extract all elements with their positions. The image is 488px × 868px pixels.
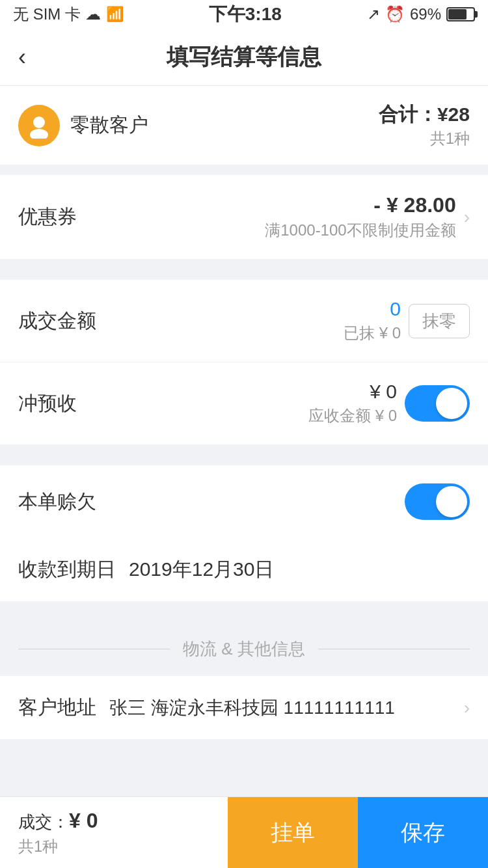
deal-amount-block: 0 已抹 ¥ 0 <box>344 298 401 344</box>
address-value: 张三 海淀永丰科技园 11111111111 <box>109 696 451 720</box>
advance-value: ¥ 0 <box>308 381 397 403</box>
bottom-bar: 成交：¥ 0 共1种 挂单 保存 <box>0 796 488 868</box>
back-button[interactable]: ‹ <box>18 44 26 71</box>
customer-card: 零散客户 合计：¥28 共1种 <box>0 86 488 165</box>
address-label: 客户地址 <box>18 694 96 721</box>
location-icon: ↗ <box>367 5 380 23</box>
coupon-card: 优惠券 - ¥ 28.00 满1000-100不限制使用金额 › <box>0 175 488 259</box>
deal-amount-value: 0 <box>390 298 401 319</box>
deal-amount-label: 成交金额 <box>18 308 96 334</box>
coupon-value-block: - ¥ 28.00 满1000-100不限制使用金额 <box>265 193 455 241</box>
battery-percent: 69% <box>410 5 441 23</box>
address-card: 客户地址 张三 海淀永丰科技园 11111111111 › <box>0 676 488 739</box>
debt-toggle[interactable] <box>405 483 470 520</box>
debt-row: 本单赊欠 <box>0 465 488 538</box>
coupon-sub: 满1000-100不限制使用金额 <box>265 220 455 241</box>
alarm-icon: ⏰ <box>385 5 405 23</box>
total-amount: 合计：¥28 <box>379 102 470 128</box>
nav-bar: ‹ 填写结算等信息 <box>0 29 488 86</box>
advance-right: ¥ 0 应收金额 ¥ 0 <box>308 381 470 426</box>
logistics-divider: 物流 & 其他信息 <box>0 622 488 676</box>
round-zero-button[interactable]: 抹零 <box>409 304 470 338</box>
coupon-chevron-icon: › <box>464 207 470 228</box>
section-divider-1 <box>0 269 488 280</box>
deal-amount-right: 0 已抹 ¥ 0 抹零 <box>344 298 470 344</box>
customer-name: 零散客户 <box>70 112 148 139</box>
debt-right <box>405 483 470 520</box>
status-time: 下午3:18 <box>209 2 282 27</box>
section-divider-2 <box>0 455 488 465</box>
due-date-label: 收款到期日 <box>18 556 116 583</box>
main-content: 零散客户 合计：¥28 共1种 优惠券 - ¥ 28.00 满1000-100不… <box>0 86 488 828</box>
debt-toggle-knob <box>436 486 467 517</box>
bottom-count: 共1种 <box>18 836 210 857</box>
divider-line-right <box>318 649 470 649</box>
debt-label: 本单赊欠 <box>18 489 96 515</box>
advance-toggle-knob <box>436 388 467 419</box>
page-title: 填写结算等信息 <box>167 42 321 72</box>
due-date-value: 2019年12月30日 <box>129 556 274 583</box>
coupon-right: - ¥ 28.00 满1000-100不限制使用金额 › <box>265 193 470 241</box>
customer-summary: 合计：¥28 共1种 <box>379 102 470 149</box>
advance-toggle[interactable] <box>405 385 470 422</box>
address-row[interactable]: 客户地址 张三 海淀永丰科技园 11111111111 › <box>0 676 488 739</box>
advance-sub: 应收金额 ¥ 0 <box>308 405 397 426</box>
customer-avatar <box>18 105 60 146</box>
coupon-label: 优惠券 <box>18 204 77 230</box>
bottom-deal-amount: ¥ 0 <box>69 809 98 832</box>
bottom-deal-label: 成交：¥ 0 <box>18 809 210 834</box>
coupon-discount: - ¥ 28.00 <box>265 193 455 217</box>
deal-amount-row: 成交金额 0 已抹 ¥ 0 抹零 <box>0 280 488 362</box>
status-bar: 无 SIM 卡 ☁ 📶 下午3:18 ↗ ⏰ 69% <box>0 0 488 29</box>
wifi-icon: 📶 <box>106 6 124 23</box>
save-button[interactable]: 保存 <box>358 797 488 869</box>
due-date-row: 收款到期日 2019年12月30日 <box>0 538 488 601</box>
status-left: 无 SIM 卡 ☁ 📶 <box>13 4 124 25</box>
divider-line-left <box>18 649 170 649</box>
coupon-row[interactable]: 优惠券 - ¥ 28.00 满1000-100不限制使用金额 › <box>0 175 488 259</box>
deal-advance-card: 成交金额 0 已抹 ¥ 0 抹零 冲预收 ¥ 0 应收金额 ¥ 0 <box>0 280 488 444</box>
address-chevron-icon: › <box>464 698 470 718</box>
logistics-label: 物流 & 其他信息 <box>183 638 305 660</box>
total-count: 共1种 <box>379 128 470 149</box>
svg-point-1 <box>30 129 48 139</box>
svg-point-0 <box>33 116 45 128</box>
bottom-info: 成交：¥ 0 共1种 <box>0 809 228 857</box>
avatar-icon <box>26 113 52 139</box>
section-divider-3 <box>0 612 488 622</box>
advance-label: 冲预收 <box>18 390 77 417</box>
hold-button[interactable]: 挂单 <box>228 797 358 869</box>
sim-label: 无 SIM 卡 ☁ <box>13 4 101 25</box>
status-right: ↗ ⏰ 69% <box>367 5 475 23</box>
battery-icon <box>446 7 475 21</box>
customer-row: 零散客户 合计：¥28 共1种 <box>0 86 488 165</box>
customer-left: 零散客户 <box>18 105 148 146</box>
advance-row: 冲预收 ¥ 0 应收金额 ¥ 0 <box>0 362 488 444</box>
advance-block: ¥ 0 应收金额 ¥ 0 <box>308 381 397 426</box>
debt-card: 本单赊欠 收款到期日 2019年12月30日 <box>0 465 488 601</box>
deal-amount-sub: 已抹 ¥ 0 <box>344 323 401 344</box>
